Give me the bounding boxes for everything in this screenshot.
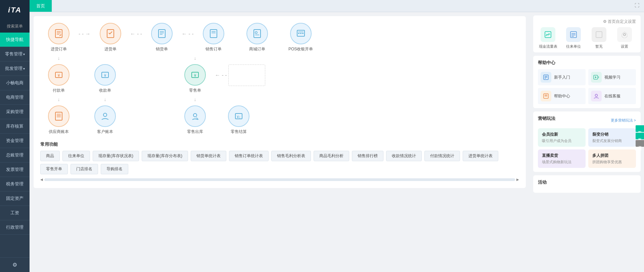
flow-node-sales-order[interactable]: 销售订单 [195,23,232,52]
sidebar-item-purchase[interactable]: 采购管理 [0,105,30,119]
sidebar-item-ledger[interactable]: 总账管理 [0,148,30,163]
help-item-service[interactable]: 在线客服 [588,88,636,104]
flow-node-retail-out[interactable]: 零售出库 [177,105,214,135]
svg-text:¥: ¥ [104,73,106,78]
supplier-icon[interactable] [48,105,70,127]
float-btn-desktop[interactable]: 桌面快捷 [636,140,644,147]
sidebar-item-finance[interactable]: 资金管理 [0,134,30,148]
retail-settle-icon[interactable]: ¥↕ [228,105,249,127]
sidebar-item-payroll[interactable]: 工资 [0,206,30,220]
svg-rect-5 [158,30,165,38]
btn-receipt-stats[interactable]: 收款情况统计 [386,151,422,161]
help-center-title: 帮助中心 [538,60,636,66]
btn-sales-stats[interactable]: 销货单统计表 [191,151,226,161]
purchase-icon[interactable] [100,23,121,44]
flow-node-receipt[interactable]: ¥ 收款单 [87,64,124,93]
sidebar-bottom: ⚙ [0,257,30,272]
sidebar-item-quick-nav[interactable]: 快捷导航 [0,33,30,47]
marketing-group[interactable]: 多人拼团 拼团购物享受优惠 [588,149,636,168]
flow-node-retail-order[interactable]: ¥ 零售单 [177,64,214,93]
sidebar-item-retail[interactable]: 零售管理 ▾ [0,47,30,61]
btn-sales-rank[interactable]: 销售排行榜 [352,151,383,161]
help-grid: 新手入门 视频学习 帮助中心 [538,69,636,104]
help-item-help[interactable]: 帮助中心 [538,88,586,104]
flow-node-payment[interactable]: ¥ 付款单 [40,64,77,93]
mall-order-label: 商城订单 [249,46,265,52]
sidebar-item-label: 库存核算 [6,123,24,129]
receipt-label: 收款单 [99,88,111,93]
sidebar-item-ecommerce[interactable]: 电商管理 [0,90,30,105]
pos-icon[interactable] [290,23,312,44]
payment-icon[interactable]: ¥ [48,64,70,86]
btn-retail-order[interactable]: 零售开单 [40,164,68,174]
sales-order-icon[interactable] [203,23,224,44]
marketing-live[interactable]: 直播卖货 场景式购物新玩法 [538,149,586,168]
svg-text:¥: ¥ [57,73,60,78]
flow-node-sales[interactable]: 销货单 [143,23,180,52]
flow-node-purchase-order[interactable]: 进货订单 [40,23,77,52]
btn-store-rank[interactable]: 门店排名 [71,164,98,174]
flow-node-customer[interactable]: 客户账本 [87,105,124,135]
svg-rect-9 [210,30,217,38]
flow-node-purchase[interactable]: 进货单 [92,23,129,52]
svg-rect-26 [55,112,62,120]
flow-node-pos[interactable]: POS收银开单 [282,23,319,52]
customer-icon[interactable] [94,105,116,127]
arrow-1: - - → [77,31,92,44]
flow-node-mall-order[interactable]: 商城订单 [239,23,276,52]
sidebar-item-label: 快捷导航 [6,37,24,43]
sidebar-item-admin[interactable]: 行政管理 [0,220,30,235]
retail-out-icon[interactable] [184,105,206,127]
sidebar-item-inventory[interactable]: 库存核算 [0,119,30,134]
receipt-icon[interactable]: ¥ [94,64,116,86]
marketing-member[interactable]: 会员拉新 吸引用户成为会员 [538,128,586,147]
marketing-header: 营销玩法 更多营销玩法 > [538,116,636,125]
tab-home[interactable]: 首页 [30,0,52,12]
sidebar-item-fixed-assets[interactable]: 固定资产 [0,191,30,206]
float-btn-service[interactable]: 客服热线 [636,125,644,132]
btn-sales-margin[interactable]: 销售毛利分析表 [271,151,311,161]
marketing-fission[interactable]: 裂变分销 裂变式发展分销商 [588,128,636,147]
sidebar-item-ecommerce-small[interactable]: 小畅电商 [0,76,30,90]
qa-item-units[interactable]: 往来单位 [563,27,584,49]
sidebar-item-wholesale[interactable]: 批发管理 ▾ [0,61,30,76]
svg-rect-17 [298,33,300,34]
btn-purchase-stats[interactable]: 进货单统计表 [463,151,498,161]
qa-item-cashflow[interactable]: 现金流量表 [538,27,558,49]
home-customize-settings[interactable]: ⚙ 首页自定义设置 [603,19,636,25]
btn-payment-stats[interactable]: 付款情况统计 [424,151,460,161]
btn-goods[interactable]: 商品 [40,151,60,161]
mall-order-icon[interactable] [246,23,268,44]
qa-item-settings[interactable]: 设置 [614,27,635,49]
retail-order-label: 零售单 [189,88,201,93]
float-btn-community[interactable]: 服务社区 [636,133,644,139]
retail-order-icon[interactable]: ¥ [184,64,206,86]
sidebar-item-tax[interactable]: 税务管理 [0,177,30,191]
cashflow-icon [541,27,555,42]
btn-sales-order-stats[interactable]: 销售订单统计表 [229,151,269,161]
scroll-track[interactable] [44,178,515,181]
purchase-order-icon[interactable] [48,23,70,44]
customer-label: 客户账本 [97,129,113,135]
qa-item-none[interactable]: 暂无 [589,27,609,49]
main-area: 首页 ⛶ 进货订单 - - → [30,0,644,272]
horizontal-scrollbar[interactable]: ◀ ▶ [40,178,519,181]
help-item-video[interactable]: 视频学习 [588,69,636,85]
scroll-right-icon[interactable]: ▶ [516,178,519,181]
sidebar-item-invoice[interactable]: 发票管理 [0,163,30,177]
more-marketing-link[interactable]: 更多营销玩法 > [611,118,636,123]
fullscreen-icon[interactable]: ⛶ [635,3,639,8]
settings-gear-icon[interactable]: ⚙ [0,258,30,272]
btn-goods-margin[interactable]: 商品毛利分析 [314,151,349,161]
help-item-beginner[interactable]: 新手入门 [538,69,586,85]
btn-guide-rank[interactable]: 导购排名 [101,164,128,174]
btn-units[interactable]: 往来单位 [62,151,90,161]
qa-header: ⚙ 首页自定义设置 [538,19,636,25]
flow-node-retail-settle[interactable]: ¥↕ 零售结算 [220,105,257,135]
btn-stock-status[interactable]: 现存量(库存状况表) [93,151,139,161]
scroll-left-icon[interactable]: ◀ [40,178,43,181]
flow-node-supplier[interactable]: 供应商账本 [40,105,77,135]
sales-icon[interactable] [151,23,173,44]
sidebar-search[interactable]: 搜索菜单 [0,20,30,33]
btn-stock-dist[interactable]: 现存量(库存分布表) [142,151,188,161]
